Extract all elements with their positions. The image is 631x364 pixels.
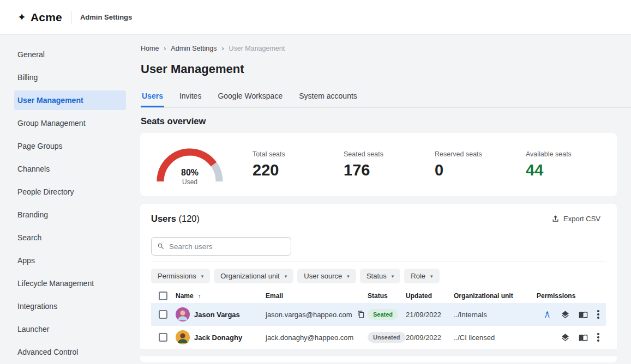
chevron-right-icon: › (164, 45, 166, 52)
users-count: (120) (178, 214, 200, 223)
row-checkbox[interactable] (159, 333, 167, 342)
sidebar-item-page-groups[interactable]: Page Groups (14, 136, 126, 156)
column-organizational-unit: Organizational unit (454, 292, 524, 300)
user-email: jason.vargas@happeo.com (266, 311, 352, 319)
acme-logo[interactable]: ✦ Acme (17, 11, 62, 24)
status-badge: Seated (368, 309, 398, 320)
chevron-down-icon: ▾ (201, 274, 204, 279)
export-csv-button[interactable]: Export CSV (551, 215, 600, 223)
user-name: Jason Vargas (194, 311, 240, 319)
sidebar-item-group-management[interactable]: Group Management (14, 113, 126, 133)
chevron-down-icon: ▾ (285, 274, 287, 279)
sort-ascending-icon[interactable]: ↑ (198, 293, 201, 299)
seats-overview-heading: Seats overview (141, 116, 617, 126)
open-book-icon[interactable] (579, 310, 588, 319)
table-row-jason-vargas[interactable]: Jason Vargas jason.vargas@happeo.com Sea… (151, 303, 606, 326)
status-badge: Unseated (368, 332, 406, 343)
user-email: jack.donaghy@happeo.com (266, 333, 353, 342)
sidebar-item-search[interactable]: Search (14, 228, 126, 247)
org-unit: ../CI licensed (454, 333, 524, 342)
stat-seated-seats: Seated seats 176 (344, 150, 435, 179)
layers-icon[interactable] (561, 333, 570, 342)
sidebar-item-user-management[interactable]: User Management (14, 90, 126, 110)
user-name: Jack Donaghy (194, 333, 242, 342)
next-row-partial (140, 349, 617, 356)
sidebar-item-apps[interactable]: Apps (14, 251, 126, 270)
chevron-right-icon: › (221, 45, 224, 52)
column-name[interactable]: Name ↑ (176, 292, 266, 300)
column-updated: Updated (406, 292, 454, 300)
table-row-jack-donaghy[interactable]: Jack Donaghy jack.donaghy@happeo.com Uns… (151, 326, 606, 349)
chevron-down-icon: ▾ (392, 274, 394, 279)
row-menu-kebab-icon[interactable] (595, 308, 602, 321)
org-unit: ../Internals (454, 311, 524, 319)
layers-icon[interactable] (561, 310, 570, 319)
open-book-icon[interactable] (579, 333, 588, 342)
search-icon (157, 242, 165, 250)
tab-users[interactable]: Users (141, 88, 164, 107)
seat-stats: Total seats 220 Seated seats 176 Reserve… (253, 150, 617, 179)
users-table-header: Name ↑ Email Status Updated Organization… (151, 289, 606, 303)
tab-google-workspace[interactable]: Google Workspace (217, 88, 284, 107)
stat-total-seats: Total seats 220 (253, 150, 344, 179)
breadcrumb-home[interactable]: Home (141, 45, 159, 52)
filter-status[interactable]: Status ▾ (360, 269, 400, 283)
settings-sidebar: General Billing User Management Group Ma… (0, 35, 126, 364)
filter-organizational-unit[interactable]: Organizational unit ▾ (214, 269, 293, 283)
avatar (176, 330, 190, 344)
users-card: Users (120) Export CSV (140, 204, 617, 362)
permissions-icons (524, 333, 590, 342)
filter-role[interactable]: Role ▾ (404, 269, 439, 283)
divider (151, 262, 606, 262)
tab-bar: Users Invites Google Workspace System ac… (141, 88, 631, 108)
gauge-percent: 80% (181, 168, 199, 178)
column-status: Status (368, 292, 406, 300)
sidebar-item-channels[interactable]: Channels (14, 159, 126, 179)
page-title: User Management (141, 62, 617, 76)
avatar (176, 307, 190, 321)
sidebar-item-integrations[interactable]: Integrations (14, 296, 126, 316)
select-all-checkbox[interactable] (159, 292, 167, 300)
sidebar-item-launcher[interactable]: Launcher (14, 319, 126, 339)
sidebar-item-general[interactable]: General (14, 45, 126, 64)
gauge-sub-label: Used (182, 178, 197, 186)
sparkle-icon: ✦ (17, 12, 26, 22)
upload-icon (551, 215, 560, 223)
filter-user-source[interactable]: User source ▾ (297, 269, 356, 283)
main-content: Home › Admin Settings › User Management … (126, 35, 631, 364)
column-permissions: Permissions (524, 292, 590, 300)
breadcrumb-admin-settings[interactable]: Admin Settings (171, 45, 217, 52)
column-email: Email (266, 292, 368, 300)
seats-usage-gauge: 80% Used (154, 143, 225, 186)
stat-available-seats: Available seats 44 (526, 150, 617, 179)
row-checkbox[interactable] (159, 310, 167, 319)
breadcrumb-current: User Management (229, 45, 285, 52)
seats-overview-card: 80% Used Total seats 220 Seated seats 17… (140, 133, 617, 196)
filter-bar: Permissions ▾ Organizational unit ▾ User… (151, 269, 606, 283)
logo-text: Acme (31, 11, 62, 24)
stat-reserved-seats: Reserved seats 0 (435, 150, 526, 179)
row-menu-kebab-icon[interactable] (595, 331, 602, 344)
breadcrumb: Home › Admin Settings › User Management (141, 45, 617, 52)
sidebar-item-branding[interactable]: Branding (14, 205, 126, 225)
copy-icon[interactable] (357, 311, 365, 318)
tab-invites[interactable]: Invites (178, 88, 202, 107)
filter-permissions[interactable]: Permissions ▾ (151, 269, 210, 283)
header-divider (71, 11, 71, 24)
user-search[interactable] (151, 237, 291, 256)
updated-date: 20/09/2022 (406, 333, 454, 342)
sidebar-item-people-directory[interactable]: People Directory (14, 182, 126, 202)
permissions-icons (524, 310, 590, 319)
chevron-down-icon: ▾ (347, 274, 350, 279)
chevron-down-icon: ▾ (430, 274, 433, 279)
tab-system-accounts[interactable]: System accounts (298, 88, 358, 107)
search-users-input[interactable] (169, 242, 285, 251)
header-section-label: Admin Settings (80, 13, 132, 21)
architecture-compass-icon[interactable] (543, 310, 552, 319)
users-section-title: Users (120) (151, 214, 200, 224)
sidebar-item-billing[interactable]: Billing (14, 68, 126, 87)
sidebar-item-lifecycle-management[interactable]: Lifecycle Management (14, 274, 126, 293)
sidebar-item-advanced-control[interactable]: Advanced Control (14, 342, 126, 362)
top-bar: ✦ Acme Admin Settings (0, 0, 631, 35)
updated-date: 21/09/2022 (406, 311, 454, 319)
